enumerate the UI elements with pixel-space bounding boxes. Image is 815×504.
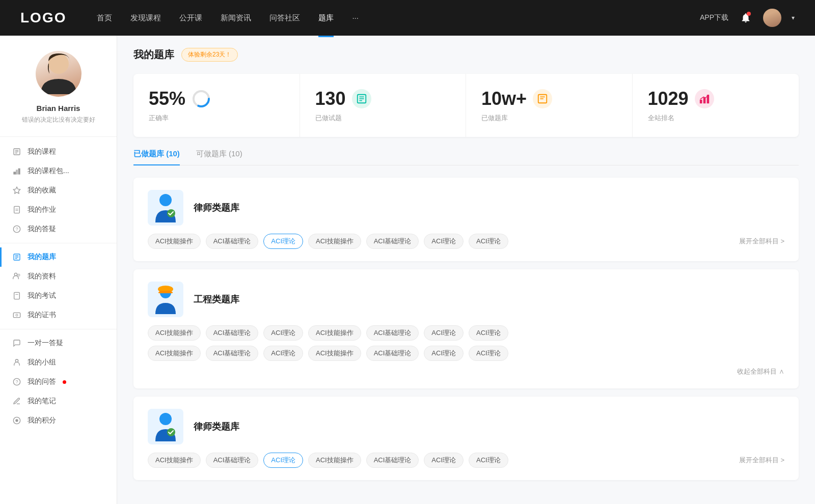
- sidebar-item-qa-mine[interactable]: ? 我的答疑: [0, 219, 117, 239]
- eng2-tag-6[interactable]: ACI理论: [469, 346, 508, 361]
- stat-done-b-value: 10w+: [481, 88, 527, 109]
- sidebar-item-homework[interactable]: 我的作业: [0, 200, 117, 219]
- lawyer-icon-2: [148, 409, 183, 444]
- card-title-lawyer-2: 律师类题库: [194, 421, 239, 433]
- tag-4[interactable]: ACI基础理论: [366, 234, 419, 249]
- sidebar-item-certificate[interactable]: 我的证书: [0, 305, 117, 325]
- nav-home[interactable]: 首页: [97, 11, 112, 25]
- page-header: 我的题库 体验剩余23天！: [133, 48, 799, 62]
- sidebar-label-qbank: 我的题库: [28, 253, 56, 262]
- eng-tag-6[interactable]: ACI理论: [469, 325, 508, 341]
- eng2-tag-1[interactable]: ACI基础理论: [206, 346, 259, 361]
- card-title-engineer: 工程类题库: [194, 293, 239, 305]
- sidebar-item-group[interactable]: 我的小组: [0, 353, 117, 372]
- exam-icon: [12, 291, 21, 300]
- eng2-tag-2[interactable]: ACI理论: [263, 346, 303, 361]
- svg-point-18: [18, 274, 20, 276]
- nav-news[interactable]: 新闻资讯: [221, 11, 251, 25]
- tag-2[interactable]: ACI理论: [263, 234, 303, 249]
- group-icon: [12, 358, 21, 367]
- l2-tag-5[interactable]: ACI理论: [424, 453, 464, 468]
- sidebar-label-exam: 我的考试: [28, 291, 56, 300]
- engineer-icon: [148, 282, 183, 317]
- svg-text:?: ?: [15, 227, 18, 232]
- eng-tag-1[interactable]: ACI基础理论: [206, 325, 259, 341]
- nav-menu: 首页 发现课程 公开课 新闻资讯 问答社区 题库 ···: [97, 11, 700, 25]
- sidebar-item-exam[interactable]: 我的考试: [0, 286, 117, 305]
- user-menu-chevron[interactable]: ▾: [792, 14, 795, 21]
- stat-done-banks: 10w+ 已做题库: [466, 74, 633, 137]
- stat-done-b-icon: [533, 89, 552, 108]
- qa-icon: ?: [12, 225, 21, 234]
- eng2-tag-0[interactable]: ACI技能操作: [148, 346, 201, 361]
- sidebar-label-group: 我的小组: [28, 358, 56, 367]
- sidebar-item-favorites[interactable]: 我的收藏: [0, 181, 117, 200]
- sidebar-label-points: 我的积分: [28, 416, 56, 425]
- sidebar-item-qbank[interactable]: 我的题库: [0, 247, 117, 267]
- tag-5[interactable]: ACI理论: [424, 234, 464, 249]
- eng-tag-2[interactable]: ACI理论: [263, 325, 303, 341]
- sidebar-item-questions[interactable]: ? 我的问答: [0, 372, 117, 391]
- nav-opencourse[interactable]: 公开课: [179, 11, 202, 25]
- sidebar-item-courses[interactable]: 我的课程: [0, 142, 117, 161]
- l2-tag-0[interactable]: ACI技能操作: [148, 453, 201, 468]
- svg-rect-37: [699, 100, 702, 103]
- svg-rect-5: [13, 172, 16, 174]
- sidebar-item-points[interactable]: 我的积分: [0, 411, 117, 430]
- nav-more[interactable]: ···: [352, 11, 359, 25]
- sidebar-item-course-packages[interactable]: 我的课程包...: [0, 161, 117, 181]
- sidebar-item-1on1[interactable]: 一对一答疑: [0, 333, 117, 353]
- svg-rect-7: [18, 169, 20, 175]
- lawyer-icon-1: [148, 190, 183, 226]
- svg-point-40: [159, 194, 172, 206]
- app-download-link[interactable]: APP下载: [700, 13, 728, 22]
- courses-icon: [12, 147, 21, 156]
- stat-done-q-icon: [352, 89, 371, 108]
- svg-point-23: [15, 359, 18, 362]
- qbank-card-lawyer-1: 律师类题库 ACI技能操作 ACI基础理论 ACI理论 ACI技能操作 ACI基…: [133, 178, 799, 261]
- stat-accuracy-value: 55%: [149, 88, 185, 109]
- sidebar-item-notes[interactable]: 我的笔记: [0, 391, 117, 411]
- eng2-tag-3[interactable]: ACI技能操作: [308, 346, 361, 361]
- tag-1[interactable]: ACI基础理论: [206, 234, 259, 249]
- questions-icon: ?: [12, 377, 21, 386]
- notification-bell[interactable]: [739, 11, 753, 25]
- stat-rank-value: 1029: [648, 88, 689, 109]
- eng-tag-0[interactable]: ACI技能操作: [148, 325, 201, 341]
- divider-2: [0, 329, 117, 329]
- nav-discover[interactable]: 发现课程: [130, 11, 161, 25]
- l2-tag-2[interactable]: ACI理论: [263, 453, 303, 468]
- l2-tag-6[interactable]: ACI理论: [469, 453, 508, 468]
- eng2-tag-4[interactable]: ACI基础理论: [366, 346, 419, 361]
- stat-done-b-label: 已做题库: [481, 114, 617, 123]
- stat-accuracy-row: 55%: [149, 88, 284, 109]
- expand-link-lawyer-1[interactable]: 展开全部科目 >: [739, 237, 784, 246]
- tag-3[interactable]: ACI技能操作: [308, 234, 361, 249]
- tag-6[interactable]: ACI理论: [469, 234, 508, 249]
- nav-qbank[interactable]: 题库: [318, 11, 334, 25]
- logo: LOGO: [20, 10, 66, 26]
- tab-done[interactable]: 已做题库 (10): [133, 149, 180, 165]
- eng2-tag-5[interactable]: ACI理论: [424, 346, 464, 361]
- expand-link-lawyer-2[interactable]: 展开全部科目 >: [739, 456, 784, 465]
- eng-tag-3[interactable]: ACI技能操作: [308, 325, 361, 341]
- questions-dot: [63, 380, 66, 384]
- tag-0[interactable]: ACI技能操作: [148, 234, 201, 249]
- eng-tag-4[interactable]: ACI基础理论: [366, 325, 419, 341]
- sidebar-item-profile[interactable]: 我的资料: [0, 267, 117, 286]
- stat-rank-icon: [695, 89, 714, 108]
- svg-text:?: ?: [15, 379, 18, 384]
- tab-available[interactable]: 可做题库 (10): [196, 149, 242, 165]
- tags-row-lawyer-2: ACI技能操作 ACI基础理论 ACI理论 ACI技能操作 ACI基础理论 AC…: [148, 453, 508, 468]
- avatar[interactable]: [763, 9, 781, 27]
- 1on1-icon: [12, 339, 21, 348]
- l2-tag-3[interactable]: ACI技能操作: [308, 453, 361, 468]
- qbank-card-lawyer-2: 律师类题库 ACI技能操作 ACI基础理论 ACI理论 ACI技能操作 ACI基…: [133, 397, 799, 480]
- l2-tag-4[interactable]: ACI基础理论: [366, 453, 419, 468]
- nav-qa[interactable]: 问答社区: [269, 11, 300, 25]
- svg-point-27: [15, 419, 18, 422]
- l2-tag-1[interactable]: ACI基础理论: [206, 453, 259, 468]
- sidebar-label-homework: 我的作业: [28, 205, 56, 214]
- collapse-link-engineer[interactable]: 收起全部科目 ∧: [148, 367, 784, 376]
- eng-tag-5[interactable]: ACI理论: [424, 325, 464, 341]
